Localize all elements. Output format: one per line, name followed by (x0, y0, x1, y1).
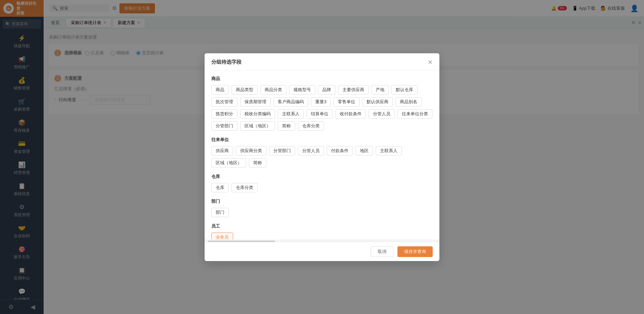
modal-title: 分组待选字段 (211, 59, 241, 65)
field-tag-warehouse-1[interactable]: 仓库分类 (231, 183, 258, 192)
field-tag-partner-5[interactable]: 地区 (356, 146, 373, 155)
field-group-department: 部门 部门 (211, 198, 433, 217)
field-group-department-title: 部门 (211, 198, 433, 204)
field-tag-goods-3[interactable]: 规格型号 (289, 85, 315, 95)
modal-dialog: 分组待选字段 ✕ 商品 商品 商品类型 商品分类 规格型号 品牌 主要供应商 产… (205, 53, 439, 261)
field-group-employee-title: 员工 (211, 223, 433, 229)
field-tag-goods-13[interactable]: 默认供应商 (362, 97, 393, 107)
field-tag-goods-14[interactable]: 商品别名 (395, 97, 422, 107)
modal-body[interactable]: 商品 商品 商品类型 商品分类 规格型号 品牌 主要供应商 产地 默认仓库 批次… (205, 70, 439, 240)
modal-close-button[interactable]: ✕ (428, 59, 433, 66)
field-tag-goods-25[interactable]: 仓库分类 (298, 121, 324, 131)
modal-save-button[interactable]: 保存并查询 (397, 246, 433, 257)
field-tag-partner-3[interactable]: 分管人员 (298, 146, 324, 155)
field-tag-goods-1[interactable]: 商品类型 (231, 85, 258, 95)
field-tag-goods-10[interactable]: 客户商品编码 (273, 97, 308, 107)
modal-header: 分组待选字段 ✕ (205, 53, 439, 70)
field-tag-goods-15[interactable]: 拣货积分 (211, 109, 237, 119)
field-tags-warehouse: 仓库 仓库分类 (211, 183, 433, 192)
modal-hscrollbar[interactable] (205, 240, 439, 242)
field-tags-goods: 商品 商品类型 商品分类 规格型号 品牌 主要供应商 产地 默认仓库 批次管理 … (211, 85, 433, 131)
field-tag-goods-19[interactable]: 收付款条件 (335, 109, 366, 119)
field-group-goods-title: 商品 (211, 76, 433, 82)
field-tag-department-0[interactable]: 部门 (211, 208, 229, 217)
field-tag-employee-0[interactable]: 业务员 (211, 233, 233, 240)
field-tags-employee: 业务员 (211, 233, 433, 240)
field-tag-partner-7[interactable]: 区域（地区） (211, 158, 246, 168)
field-tag-goods-20[interactable]: 分管人员 (369, 109, 395, 119)
field-tag-goods-17[interactable]: 主联系人 (278, 109, 304, 119)
field-tag-partner-0[interactable]: 供应商 (211, 146, 233, 155)
field-tag-goods-6[interactable]: 产地 (371, 85, 389, 95)
field-group-partner: 往来单位 供应商 供应商分类 分管部门 分管人员 付款条件 地区 主联系人 区域… (211, 137, 433, 168)
field-tag-goods-5[interactable]: 主要供应商 (338, 85, 369, 95)
modal-overlay: 分组待选字段 ✕ 商品 商品 商品类型 商品分类 规格型号 品牌 主要供应商 产… (0, 0, 644, 314)
field-tag-goods-7[interactable]: 默认仓库 (391, 85, 418, 95)
field-tag-goods-9[interactable]: 保质期管理 (240, 97, 271, 107)
field-tags-partner: 供应商 供应商分类 分管部门 分管人员 付款条件 地区 主联系人 区域（地区） … (211, 146, 433, 168)
field-tag-partner-8[interactable]: 简称 (249, 158, 266, 168)
field-tag-goods-22[interactable]: 分管部门 (211, 121, 237, 131)
field-tag-partner-4[interactable]: 付款条件 (327, 146, 353, 155)
modal-cancel-button[interactable]: 取消 (371, 246, 393, 257)
field-tag-goods-8[interactable]: 批次管理 (211, 97, 237, 107)
field-group-employee: 员工 业务员 (211, 223, 433, 240)
field-tags-department: 部门 (211, 208, 433, 217)
field-group-goods: 商品 商品 商品类型 商品分类 规格型号 品牌 主要供应商 产地 默认仓库 批次… (211, 76, 433, 131)
field-group-warehouse-title: 仓库 (211, 174, 433, 180)
field-tag-goods-4[interactable]: 品牌 (318, 85, 335, 95)
field-tag-goods-21[interactable]: 往来单位分类 (397, 109, 432, 119)
field-tag-goods-11[interactable]: 重量3 (311, 97, 331, 107)
field-tag-goods-16[interactable]: 税收分类编码 (240, 109, 275, 119)
field-tag-goods-24[interactable]: 简称 (278, 121, 295, 131)
field-tag-partner-6[interactable]: 主联系人 (376, 146, 402, 155)
field-tag-goods-23[interactable]: 区域（地区） (240, 121, 275, 131)
field-tag-warehouse-0[interactable]: 仓库 (211, 183, 229, 192)
field-group-partner-title: 往来单位 (211, 137, 433, 143)
field-tag-goods-0[interactable]: 商品 (211, 85, 229, 95)
field-tag-goods-18[interactable]: 结算单位 (307, 109, 333, 119)
modal-footer: 取消 保存并查询 (205, 242, 439, 261)
field-tag-goods-12[interactable]: 零售单位 (333, 97, 360, 107)
field-tag-partner-1[interactable]: 供应商分类 (236, 146, 266, 155)
field-group-warehouse: 仓库 仓库 仓库分类 (211, 174, 433, 192)
field-tag-goods-2[interactable]: 商品分类 (260, 85, 286, 95)
field-tag-partner-2[interactable]: 分管部门 (269, 146, 295, 155)
